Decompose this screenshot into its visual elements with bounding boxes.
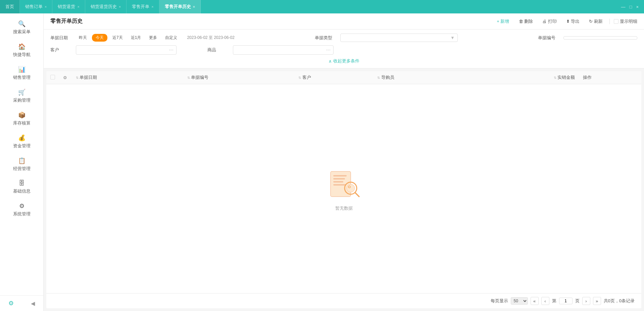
date-range: 2023-06-02 至 2023-06-02 [187, 35, 234, 41]
tab-list: 首页 销售订单 × 销货退货 × 销货退货历史 × 零售开单 × 零售开单历史 … [0, 0, 621, 13]
window-min-button[interactable]: — [621, 4, 626, 9]
delete-button[interactable]: 🗑 删除 [516, 17, 536, 26]
table-header-gear: ⚙ [59, 71, 71, 84]
table-header-customer[interactable]: ⇅ 客户 [294, 71, 373, 84]
page-of-label: 第 [552, 298, 556, 304]
svg-line-7 [355, 193, 359, 197]
page-next-button[interactable]: › [582, 297, 590, 305]
tab-retail-order-close[interactable]: × [151, 5, 153, 9]
select-all-checkbox[interactable] [50, 75, 55, 80]
print-button[interactable]: 🖨 打印 [540, 17, 559, 26]
inventory-icon: 📦 [18, 111, 26, 119]
finance-icon: 💰 [18, 134, 26, 142]
action-divider [609, 19, 610, 24]
page-number-input[interactable] [559, 298, 573, 304]
number-input[interactable] [563, 36, 637, 40]
table-header-number[interactable]: ⇅ 单据编号 [183, 71, 294, 84]
sidebar-item-system[interactable]: ⚙ 系统管理 [0, 198, 43, 221]
sidebar-item-sales[interactable]: 📊 销售管理 [0, 62, 43, 85]
date-btn-1month[interactable]: 近1月 [128, 34, 144, 42]
product-label: 商品 [207, 47, 228, 53]
sidebar-item-basic-info[interactable]: 🗄 基础信息 [0, 176, 43, 198]
svg-point-6 [347, 184, 355, 192]
svg-rect-2 [333, 178, 345, 179]
page-first-button[interactable]: « [531, 297, 539, 305]
product-input[interactable]: ··· [233, 45, 334, 55]
customer-picker-icon[interactable]: ··· [169, 47, 174, 53]
sidebar-bottom: ⚙ ◀ [0, 295, 43, 311]
top-bar: 首页 销售订单 × 销货退货 × 销货退货历史 × 零售开单 × 零售开单历史 … [0, 0, 644, 13]
sort-number-icon: ⇅ [187, 76, 190, 80]
sidebar-item-management[interactable]: 📋 经营管理 [0, 153, 43, 176]
tab-retail-order-history[interactable]: 零售开单历史 × [159, 0, 201, 13]
date-btn-more[interactable]: 更多 [146, 34, 160, 42]
tab-sales-order-close[interactable]: × [45, 5, 47, 9]
sidebar-item-nav[interactable]: 🏠 快捷导航 [0, 39, 43, 62]
date-label: 单据日期 [50, 35, 70, 41]
table-header-amount[interactable]: ⇅ 实销金额 [468, 71, 579, 84]
filter-area: 单据日期 昨天 今天 近7天 近1月 更多 自定义 2023-06-02 至 2… [44, 30, 644, 68]
tab-retail-order[interactable]: 零售开单 × [127, 0, 159, 13]
tab-sales-return-history[interactable]: 销货退货历史 × [85, 0, 127, 13]
filter-row-2: 客户 ··· 商品 ··· [50, 45, 637, 55]
svg-rect-3 [333, 181, 343, 183]
empty-text: 暂无数据 [335, 205, 353, 211]
main-layout: 🔍 搜索采单 🏠 快捷导航 📊 销售管理 🛒 采购管理 📦 库存核算 💰 资金管… [0, 13, 644, 311]
table-header-salesperson[interactable]: ⇅ 导购员 [373, 71, 467, 84]
sort-customer-icon: ⇅ [298, 76, 301, 80]
home-icon: 🏠 [18, 43, 26, 50]
system-icon: ⚙ [19, 202, 24, 210]
page-prev-button[interactable]: ‹ [541, 297, 549, 305]
date-btn-7days[interactable]: 近7天 [109, 34, 126, 42]
date-btn-custom[interactable]: 自定义 [162, 34, 180, 42]
search-icon: 🔍 [18, 20, 26, 28]
window-close-button[interactable]: × [636, 4, 639, 9]
type-dropdown-icon: ▼ [450, 35, 455, 40]
table-header-date[interactable]: ⇅ 单据日期 [71, 71, 183, 84]
sidebar-item-purchase[interactable]: 🛒 采购管理 [0, 85, 43, 107]
content-area: 零售开单历史 + 新增 🗑 删除 🖨 打印 ⬆ 导出 ↻ 刷新 显示明细 单据日… [44, 13, 644, 311]
date-btn-today[interactable]: 今天 [92, 34, 107, 42]
tab-sales-return[interactable]: 销货退货 × [52, 0, 85, 13]
pagination-summary: 共0页，0条记录 [604, 298, 635, 304]
sort-amount-icon: ⇅ [554, 76, 556, 80]
add-button[interactable]: + 新增 [494, 17, 512, 26]
sidebar-item-inventory[interactable]: 📦 库存核算 [0, 107, 43, 130]
customer-label: 客户 [50, 47, 70, 53]
page-last-button[interactable]: » [593, 297, 601, 305]
sidebar-collapse-button[interactable]: ◀ [31, 300, 35, 307]
pagination: 每页显示 50 10 20 100 « ‹ 第 页 › » 共0页，0条记录 [46, 293, 641, 308]
sidebar-item-finance[interactable]: 💰 资金管理 [0, 130, 43, 153]
type-label: 单据类型 [315, 35, 335, 41]
sort-date-icon: ⇅ [76, 76, 79, 80]
management-icon: 📋 [18, 157, 26, 164]
product-picker-icon[interactable]: ··· [326, 47, 331, 53]
tab-sales-return-close[interactable]: × [77, 5, 79, 9]
table-area: ⚙ ⇅ 单据日期 ⇅ 单据编号 ⇅ [46, 71, 641, 308]
tab-sales-order[interactable]: 销售订单 × [20, 0, 52, 13]
customer-input[interactable]: ··· [76, 45, 177, 55]
filter-collapse[interactable]: ∧ 收起更多条件 [50, 58, 637, 64]
display-checkbox[interactable] [614, 19, 618, 24]
window-max-button[interactable]: □ [630, 4, 632, 9]
refresh-button[interactable]: ↻ 刷新 [586, 17, 605, 26]
tab-sales-return-history-close[interactable]: × [119, 5, 121, 9]
tab-home[interactable]: 首页 [0, 0, 20, 13]
header-actions: + 新增 🗑 删除 🖨 打印 ⬆ 导出 ↻ 刷新 显示明细 [494, 17, 637, 26]
type-input[interactable]: ▼ [340, 34, 458, 42]
basic-info-icon: 🗄 [19, 180, 25, 187]
chevron-up-icon: ∧ [329, 59, 332, 64]
window-controls: — □ × [621, 4, 644, 9]
date-buttons: 昨天 今天 近7天 近1月 更多 自定义 [76, 34, 180, 42]
per-page-select[interactable]: 50 10 20 100 [511, 297, 528, 305]
svg-rect-1 [333, 175, 347, 176]
display-toggle[interactable]: 显示明细 [614, 18, 637, 24]
export-button[interactable]: ⬆ 导出 [563, 17, 583, 26]
tab-retail-order-history-close[interactable]: × [193, 5, 195, 9]
sidebar-item-search[interactable]: 🔍 搜索采单 [0, 16, 43, 39]
sales-icon: 📊 [18, 66, 26, 73]
sidebar-settings-button[interactable]: ⚙ [8, 300, 14, 307]
column-settings-icon[interactable]: ⚙ [63, 75, 67, 80]
page-suffix-label: 页 [575, 298, 580, 304]
date-btn-yesterday[interactable]: 昨天 [76, 34, 90, 42]
